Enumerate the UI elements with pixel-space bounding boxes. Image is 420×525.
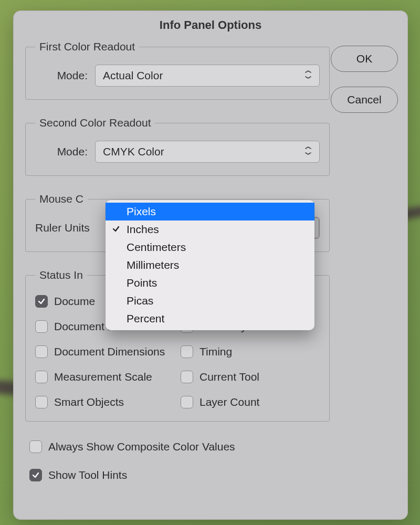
- first-color-readout-group: First Color Readout Mode: Actual Color: [25, 40, 330, 100]
- first-mode-select[interactable]: Actual Color: [95, 65, 320, 87]
- ruler-units-label: Ruler Units: [35, 222, 98, 234]
- info-panel-options-dialog: Info Panel Options First Color Readout M…: [13, 10, 408, 520]
- checkbox-layer-count[interactable]: Layer Count: [181, 396, 320, 408]
- checkbox-label: Always Show Composite Color Values: [48, 440, 235, 453]
- ruler-units-option-points[interactable]: Points: [106, 274, 314, 292]
- second-mode-label: Mode:: [35, 145, 88, 158]
- option-label: Pixels: [127, 205, 156, 218]
- option-label: Centimeters: [127, 241, 186, 254]
- check-icon: [112, 223, 120, 236]
- dialog-title: Info Panel Options: [14, 11, 407, 40]
- checkbox-label: Show Tool Hints: [48, 469, 127, 481]
- second-color-readout-legend: Second Color Readout: [35, 117, 155, 129]
- status-information-legend: Status In: [35, 269, 87, 281]
- checkbox-label: Docume: [54, 295, 95, 308]
- chevron-down-icon: [303, 145, 313, 158]
- second-mode-value: CMYK Color: [103, 145, 164, 158]
- ruler-units-option-millimeters[interactable]: Millimeters: [106, 256, 314, 274]
- ruler-units-option-centimeters[interactable]: Centimeters: [106, 238, 314, 256]
- option-label: Inches: [127, 223, 159, 236]
- option-label: Percent: [127, 312, 164, 325]
- cancel-button[interactable]: Cancel: [331, 87, 398, 113]
- ruler-units-option-pixels[interactable]: Pixels: [106, 203, 314, 220]
- checkbox-icon: [35, 396, 48, 408]
- checkbox-show-tool-hints[interactable]: Show Tool Hints: [29, 469, 326, 481]
- checkbox-icon: [35, 345, 48, 358]
- checkbox-measurement-scale[interactable]: Measurement Scale: [35, 371, 174, 383]
- checkbox-icon: [35, 371, 48, 383]
- mouse-coordinates-legend: Mouse C: [35, 193, 88, 205]
- checkbox-smart-objects[interactable]: Smart Objects: [35, 396, 174, 408]
- checkbox-timing[interactable]: Timing: [181, 345, 320, 358]
- first-mode-label: Mode:: [35, 69, 88, 82]
- checkbox-label: Timing: [200, 345, 232, 358]
- option-label: Millimeters: [127, 259, 179, 271]
- first-mode-value: Actual Color: [103, 69, 163, 82]
- checkbox-icon: [181, 371, 193, 383]
- ruler-units-option-percent[interactable]: Percent: [106, 310, 314, 328]
- ruler-units-option-inches[interactable]: Inches: [106, 220, 314, 238]
- checkbox-icon: [35, 295, 48, 308]
- checkbox-icon: [35, 320, 48, 333]
- checkbox-label: Smart Objects: [54, 396, 124, 408]
- checkbox-label: Measurement Scale: [54, 371, 152, 383]
- second-mode-select[interactable]: CMYK Color: [95, 141, 320, 163]
- checkbox-icon: [181, 345, 193, 358]
- checkbox-always-show-composite[interactable]: Always Show Composite Color Values: [29, 440, 326, 453]
- checkbox-icon: [29, 440, 42, 453]
- option-label: Points: [127, 277, 157, 289]
- checkbox-document-dimensions[interactable]: Document Dimensions: [35, 345, 174, 358]
- option-label: Picas: [127, 295, 153, 307]
- checkbox-current-tool[interactable]: Current Tool: [181, 371, 320, 383]
- ruler-units-popup: Pixels Inches Centimeters Millimeters Po…: [106, 200, 314, 330]
- second-color-readout-group: Second Color Readout Mode: CMYK Color: [25, 117, 330, 176]
- checkbox-label: Current Tool: [200, 371, 259, 383]
- checkbox-icon: [181, 396, 193, 408]
- chevron-down-icon: [303, 69, 313, 82]
- checkbox-icon: [29, 469, 42, 481]
- checkbox-label: Document Dimensions: [54, 345, 165, 358]
- first-color-readout-legend: First Color Readout: [35, 40, 139, 53]
- checkbox-label: Layer Count: [200, 396, 259, 408]
- ok-button[interactable]: OK: [331, 46, 398, 72]
- ruler-units-option-picas[interactable]: Picas: [106, 292, 314, 310]
